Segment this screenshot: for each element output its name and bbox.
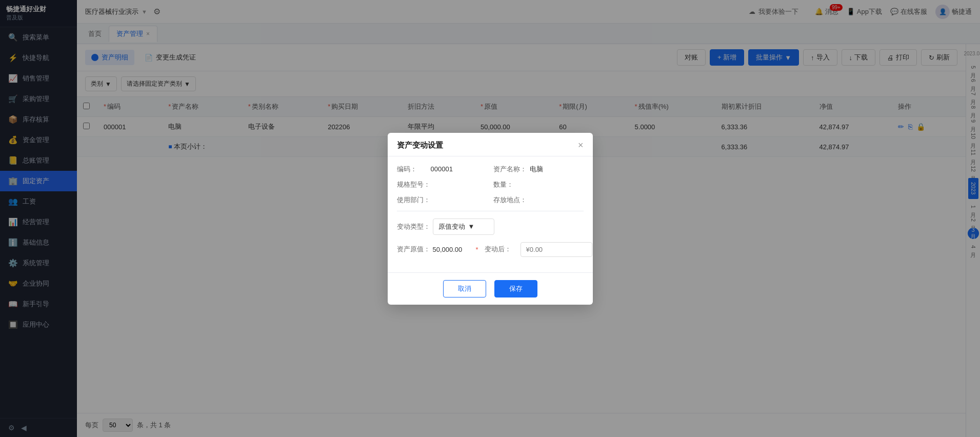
spec-label: 规格型号： (397, 180, 430, 189)
after-change-input[interactable] (521, 242, 592, 257)
location-label: 存放地点： (493, 195, 527, 205)
dialog-field-code: 编码： 000001 (397, 165, 487, 174)
dialog-field-spec: 规格型号： (397, 180, 487, 189)
cancel-button[interactable]: 取消 (443, 280, 486, 297)
dialog-row-code-name: 编码： 000001 资产名称： 电脑 (397, 165, 584, 174)
dialog-change-type-row: 变动类型： 原值变动 ▼ (397, 218, 584, 235)
dialog-field-dept: 使用部门： (397, 195, 487, 205)
dialog-row-dept-location: 使用部门： 存放地点： (397, 195, 584, 205)
asset-name-label: 资产名称： (493, 165, 527, 174)
quantity-label: 数量： (493, 180, 524, 189)
dialog-row-spec-qty: 规格型号： 数量： (397, 180, 584, 189)
original-value-value: 50,000.00 (433, 246, 474, 253)
change-type-value: 原值变动 (438, 222, 465, 231)
dept-label: 使用部门： (397, 195, 430, 205)
code-label: 编码： (397, 165, 428, 174)
dialog-title: 资产变动设置 (397, 141, 443, 150)
required-star: * (476, 246, 478, 253)
dialog-overlay[interactable]: 资产变动设置 × 编码： 000001 资产名称： 电脑 规格型号： (0, 0, 980, 437)
change-type-chevron-icon: ▼ (468, 223, 475, 230)
code-value: 000001 (431, 165, 453, 173)
dialog-body: 编码： 000001 资产名称： 电脑 规格型号： 数量： (388, 156, 593, 272)
original-value-label: 资产原值： (397, 245, 433, 254)
after-change-label: 变动后： (485, 245, 521, 254)
dialog-field-location: 存放地点： (493, 195, 584, 205)
asset-change-dialog: 资产变动设置 × 编码： 000001 资产名称： 电脑 规格型号： (388, 133, 593, 305)
save-button[interactable]: 保存 (494, 280, 537, 297)
dialog-original-value-row: 资产原值： 50,000.00 * 变动后： (397, 242, 584, 257)
asset-name-value: 电脑 (530, 165, 543, 174)
change-type-label: 变动类型： (397, 222, 433, 231)
dialog-divider (397, 211, 584, 211)
dialog-footer: 取消 保存 (388, 272, 593, 305)
dialog-header: 资产变动设置 × (388, 133, 593, 156)
dialog-close-button[interactable]: × (578, 140, 584, 151)
change-type-select[interactable]: 原值变动 ▼ (433, 218, 494, 235)
dialog-field-quantity: 数量： (493, 180, 584, 189)
dialog-field-asset-name: 资产名称： 电脑 (493, 165, 584, 174)
